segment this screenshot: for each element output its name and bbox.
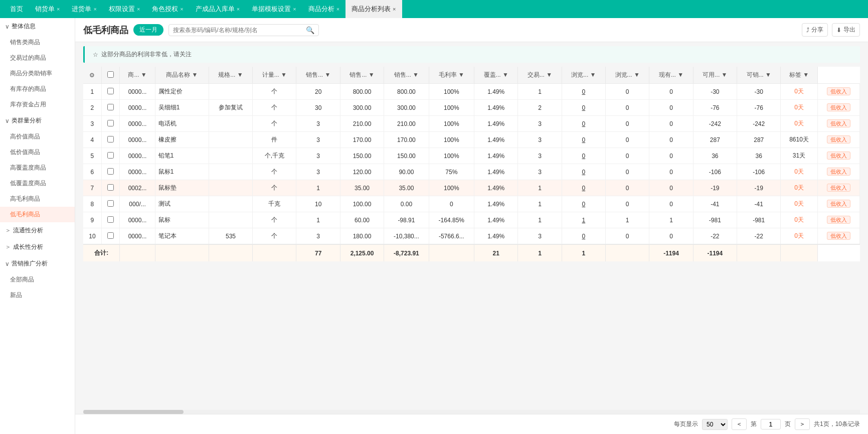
col-browse1[interactable]: 浏览... ▼ <box>562 67 605 84</box>
col-gross-rate[interactable]: 毛利率 ▼ <box>429 67 474 84</box>
row-checkbox[interactable] <box>101 228 120 245</box>
sidebar-item-all-products[interactable]: 全部商品 <box>0 272 75 287</box>
row-select-checkbox[interactable] <box>107 136 114 142</box>
scrollbar-thumb[interactable] <box>83 410 184 414</box>
row-trade[interactable]: 0 <box>562 228 605 245</box>
col-coverage[interactable]: 覆盖... ▼ <box>474 67 517 84</box>
col-unit[interactable]: 计量... ▼ <box>253 67 296 84</box>
row-browse2: 0 <box>649 228 693 245</box>
row-trade[interactable]: 0 <box>562 180 605 196</box>
row-select-checkbox[interactable] <box>107 152 114 159</box>
close-product-analysis[interactable]: × <box>336 6 339 12</box>
row-trade[interactable]: 0 <box>562 100 605 116</box>
sidebar-item-new-products[interactable]: 新品 <box>0 287 75 303</box>
nav-finished-goods[interactable]: 产成品入库单 × <box>190 0 246 18</box>
nav-product-analysis-list[interactable]: 商品分析列表 × <box>345 0 402 18</box>
col-settings[interactable]: ⚙ <box>83 67 101 84</box>
sidebar-item-high-value[interactable]: 高价值商品 <box>0 129 75 144</box>
nav-template-settings[interactable]: 单据模板设置 × <box>246 0 302 18</box>
horizontal-scrollbar[interactable] <box>83 410 860 414</box>
col-available-stock[interactable]: 可用... ▼ <box>693 67 737 84</box>
sidebar-item-category-rate[interactable]: 商品分类助销率 <box>0 66 75 81</box>
row-select-checkbox[interactable] <box>107 216 114 223</box>
sidebar-item-traded-products[interactable]: 交易过的商品 <box>0 50 75 66</box>
row-select-checkbox[interactable] <box>107 200 114 207</box>
export-button[interactable]: ⬇ 导出 <box>832 23 860 37</box>
sidebar-item-high-coverage[interactable]: 高覆盖度商品 <box>0 160 75 176</box>
row-checkbox[interactable] <box>101 196 120 212</box>
col-sales-qty[interactable]: 销售... ▼ <box>296 67 340 84</box>
col-sellable-days[interactable]: 可销... ▼ <box>737 67 781 84</box>
sidebar-item-high-margin[interactable]: 高毛利商品 <box>0 191 75 207</box>
sidebar-group-growth[interactable]: ＞ 成长性分析 <box>0 239 75 255</box>
row-checkbox[interactable] <box>101 180 120 196</box>
search-input[interactable] <box>173 27 306 34</box>
row-trade[interactable]: 0 <box>562 196 605 212</box>
sidebar-item-low-margin[interactable]: 低毛利商品 <box>0 207 75 222</box>
row-select-checkbox[interactable] <box>107 168 114 175</box>
col-sales-amount[interactable]: 销售... ▼ <box>384 67 429 84</box>
row-checkbox[interactable] <box>101 100 120 116</box>
page-size-select[interactable]: 50 100 200 <box>702 419 728 430</box>
row-checkbox[interactable] <box>101 148 120 164</box>
table-container[interactable]: ⚙ 商... ▼ 商品名称 ▼ 规格... ▼ 计量... ▼ 销售... ▼ … <box>75 67 868 410</box>
row-tag: 低收入 <box>817 84 859 100</box>
totals-amount: -8,723.91 <box>384 244 429 261</box>
nav-permissions[interactable]: 权限设置 × <box>103 0 146 18</box>
row-trade[interactable]: 0 <box>562 116 605 132</box>
close-purchase-order[interactable]: × <box>93 6 96 12</box>
next-page-button[interactable]: ＞ <box>795 418 810 430</box>
close-role-auth[interactable]: × <box>180 6 183 12</box>
col-browse2[interactable]: 浏览... ▼ <box>606 67 649 84</box>
close-template-settings[interactable]: × <box>293 6 296 12</box>
close-finished-goods[interactable]: × <box>237 6 240 12</box>
close-sales-order[interactable]: × <box>57 6 60 12</box>
sidebar-group-marketing[interactable]: ∨ 营销推广分析 <box>0 255 75 272</box>
row-select-checkbox[interactable] <box>107 184 114 191</box>
col-code[interactable]: 商... ▼ <box>120 67 155 84</box>
nav-product-analysis[interactable]: 商品分析 × <box>302 0 345 18</box>
nav-home[interactable]: 首页 <box>4 0 29 18</box>
col-trade[interactable]: 交易... ▼ <box>518 67 562 84</box>
col-tag[interactable]: 标签 ▼ <box>781 67 817 84</box>
sidebar-group-liquidity[interactable]: ＞ 流通性分析 <box>0 222 75 239</box>
page-number-input[interactable] <box>761 419 781 429</box>
period-button[interactable]: 近一月 <box>133 24 163 36</box>
row-checkbox[interactable] <box>101 212 120 228</box>
row-select-checkbox[interactable] <box>107 120 114 126</box>
row-checkbox[interactable] <box>101 132 120 148</box>
row-trade[interactable]: 0 <box>562 84 605 100</box>
sidebar-item-low-coverage[interactable]: 低覆盖度商品 <box>0 176 75 191</box>
close-product-analysis-list[interactable]: × <box>393 6 396 12</box>
sidebar-group-overall[interactable]: ∨ 整体信息 <box>0 18 75 35</box>
col-sales-price[interactable]: 销售... ▼ <box>340 67 384 84</box>
nav-role-auth[interactable]: 角色授权 × <box>146 0 189 18</box>
row-select-checkbox[interactable] <box>107 104 114 110</box>
nav-purchase-order[interactable]: 进货单 × <box>66 0 102 18</box>
row-checkbox[interactable] <box>101 116 120 132</box>
sidebar-item-sales-products[interactable]: 销售类商品 <box>0 35 75 50</box>
sidebar-item-in-stock[interactable]: 有库存的商品 <box>0 81 75 97</box>
col-checkbox[interactable] <box>101 67 120 84</box>
prev-page-button[interactable]: ＜ <box>732 418 747 430</box>
row-select-checkbox[interactable] <box>107 88 114 94</box>
nav-sales-order[interactable]: 销货单 × <box>29 0 66 18</box>
row-trade[interactable]: 0 <box>562 164 605 180</box>
row-trade[interactable]: 0 <box>562 132 605 148</box>
col-spec[interactable]: 规格... ▼ <box>209 67 252 84</box>
arrow-icon: ＞ <box>5 243 11 251</box>
col-name[interactable]: 商品名称 ▼ <box>155 67 209 84</box>
select-all-checkbox[interactable] <box>107 71 114 78</box>
col-current-stock[interactable]: 现有... ▼ <box>649 67 693 84</box>
sidebar-item-low-value[interactable]: 低价值商品 <box>0 144 75 160</box>
search-box[interactable]: 🔍 <box>168 24 319 36</box>
row-select-checkbox[interactable] <box>107 232 114 239</box>
row-trade[interactable]: 0 <box>562 148 605 164</box>
row-checkbox[interactable] <box>101 164 120 180</box>
sidebar-item-stock-capital[interactable]: 库存资金占用 <box>0 97 75 112</box>
row-trade[interactable]: 1 <box>562 212 605 228</box>
sidebar-group-cluster[interactable]: ∨ 类群量分析 <box>0 112 75 129</box>
share-button[interactable]: ⤴ 分享 <box>802 23 828 37</box>
row-checkbox[interactable] <box>101 84 120 100</box>
close-permissions[interactable]: × <box>137 6 140 12</box>
